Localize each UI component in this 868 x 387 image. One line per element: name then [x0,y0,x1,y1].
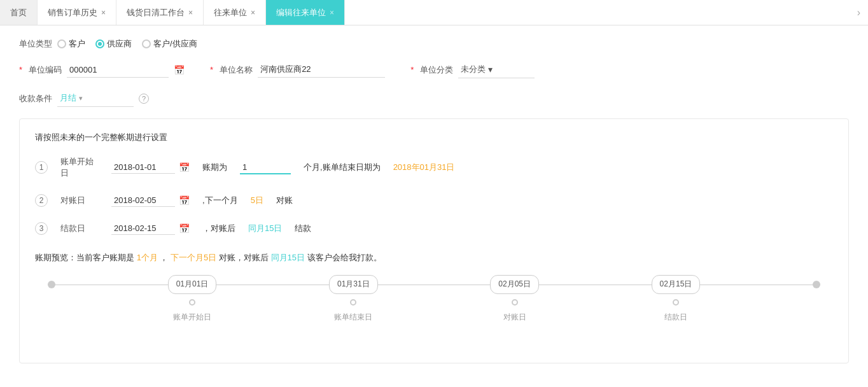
close-tab-edit-contacts[interactable]: × [330,8,334,17]
calendar-icon-3[interactable]: 📅 [179,223,190,234]
end-date-highlight: 2018年01月31日 [393,162,455,173]
node-dot-2 [350,299,356,306]
highlight-3: 同月15日 [248,223,282,234]
timeline-node-3: 02月05日 对账日 [490,275,539,324]
close-tab-contacts[interactable]: × [251,8,255,17]
node-pill-4: 02月15日 [652,275,701,294]
date-value-2: 2018-02-05 [111,194,175,207]
main-content: 单位类型 客户 供应商 客户/供应商 * 单位编码 [0,25,868,387]
node-pill-3: 02月05日 [490,275,539,294]
radio-supplier-circle [95,39,104,48]
unit-class-dropdown[interactable]: 未分类 ▾ [458,61,535,78]
suffix-pre-3: ，对账后 [202,223,235,234]
period-title: 请按照未来的一个完整帐期进行设置 [35,132,833,143]
preview-text: 账期预览：当前客户账期是 1个月 ， 下一个月5日 对账，对账后 同月15日 该… [35,250,833,265]
suffix-post-2: 对账 [276,195,293,206]
tab-contacts[interactable]: 往来单位 × [204,0,266,25]
suffix-post-1: 个月,账单结束日期为 [304,162,381,173]
dot-right [813,281,820,288]
date-input-1: 2018-01-01 📅 [111,161,190,174]
calendar-icon-2[interactable]: 📅 [179,195,190,206]
preview-label: 账期预览：当前客户账期是 [35,253,134,262]
payment-condition-chevron: ▾ [79,94,83,102]
unit-name-input[interactable] [258,62,385,78]
row-num-2: 2 [35,194,48,207]
payment-condition-dropdown[interactable]: 月结 ▾ [57,90,134,107]
suffix-post-3: 结款 [295,223,311,234]
row-num-1: 1 [35,161,48,174]
preview-part3: 同月15日 [271,253,305,262]
timeline-node-1: 01月01日 账单开始日 [168,275,217,324]
question-icon[interactable]: ? [139,94,149,104]
tab-home[interactable]: 首页 [0,0,38,25]
payment-condition-group: 收款条件 月结 ▾ ? [19,90,149,107]
unit-code-input[interactable] [67,62,169,78]
tab-cash-work[interactable]: 钱货日清工作台 × [116,0,204,25]
dot-left [48,281,55,288]
timeline-node-4: 02月15日 结款日 [652,275,701,324]
tabs-bar: 首页 销售订单历史 × 钱货日清工作台 × 往来单位 × 编辑往来单位 × › [0,0,868,25]
payment-row: 收款条件 月结 ▾ ? [19,90,849,107]
radio-customer[interactable]: 客户 [57,38,85,50]
unit-class-value: 未分类 [461,64,486,75]
preview-suffix: 该客户会给我打款。 [307,253,382,262]
node-label-4: 结款日 [664,311,687,325]
timeline-nodes: 01月01日 账单开始日 01月31日 账单结束日 02月05日 [48,275,820,324]
tab-sales-order[interactable]: 销售订单历史 × [38,0,116,25]
period-label-1: 账单开始日 [60,156,99,179]
radio-customer-supplier-circle [142,39,151,48]
date-value-1: 2018-01-01 [111,161,175,174]
unit-code-label: 单位编码 [29,64,62,76]
required-star-code: * [19,65,22,74]
radio-supplier[interactable]: 供应商 [95,38,132,50]
preview-part2: 下一个月5日 [171,253,216,262]
unit-class-chevron: ▾ [488,64,493,74]
timeline-right-dot [813,275,820,324]
unit-type-row: 单位类型 客户 供应商 客户/供应商 [19,38,849,50]
preview-part1: 1个月 [137,253,158,262]
tabs-scroll-arrow[interactable]: › [850,7,868,18]
preview-sep1: ， [160,253,168,262]
timeline-left-dot [48,275,55,324]
calendar-icon-code[interactable]: 📅 [174,65,185,75]
timeline-node-2: 01月31日 账单结束日 [329,275,378,324]
row-num-3: 3 [35,222,48,235]
date-input-2: 2018-02-05 📅 [111,194,190,207]
unit-class-group: * 单位分类 未分类 ▾ [410,61,535,78]
node-label-1: 账单开始日 [173,311,211,325]
period-row-3: 3 结款日 2018-02-15 📅 ，对账后 同月15日 结款 [35,222,833,235]
period-row-1: 1 账单开始日 2018-01-01 📅 账期为 个月,账单结束日期为 2018… [35,156,833,179]
date-value-3: 2018-02-15 [111,222,175,235]
suffix-pre-1: 账期为 [202,162,227,173]
close-tab-sales-order[interactable]: × [101,8,106,17]
preview-sep2: 对账，对账后 [219,253,269,262]
period-label-3: 结款日 [60,223,99,234]
calendar-icon-1[interactable]: 📅 [179,162,190,172]
required-star-class: * [410,65,414,74]
months-input[interactable] [240,161,291,174]
period-row-2: 2 对账日 2018-02-05 📅 ,下一个月5日 对账 [35,194,833,207]
payment-condition-value: 月结 [60,92,76,104]
unit-class-label: 单位分类 [420,64,453,76]
date-input-3: 2018-02-15 📅 [111,222,190,235]
node-label-2: 账单结束日 [334,311,372,325]
period-settings-box: 请按照未来的一个完整帐期进行设置 1 账单开始日 2018-01-01 📅 账期… [19,118,849,363]
unit-type-label: 单位类型 [19,38,52,50]
unit-name-label: 单位名称 [220,64,253,76]
suffix-pre-2: ,下一个月 [202,195,238,206]
close-tab-cash-work[interactable]: × [188,8,193,17]
unit-code-group: * 单位编码 📅 [19,62,185,78]
node-pill-1: 01月01日 [168,275,217,294]
node-dot-4 [673,299,679,306]
radio-customer-supplier[interactable]: 客户/供应商 [142,38,197,50]
unit-type-group: 单位类型 客户 供应商 客户/供应商 [19,38,197,50]
highlight-2: 5日 [251,195,263,206]
required-star-name: * [210,65,213,74]
unit-name-group: * 单位名称 [210,62,385,78]
preview-section: 账期预览：当前客户账期是 1个月 ， 下一个月5日 对账，对账后 同月15日 该… [35,250,833,350]
unit-type-radios: 客户 供应商 客户/供应商 [57,38,197,50]
tab-edit-contacts[interactable]: 编辑往来单位 × [266,0,345,25]
node-dot-1 [189,299,195,306]
node-label-3: 对账日 [503,311,526,325]
period-label-2: 对账日 [60,195,99,206]
